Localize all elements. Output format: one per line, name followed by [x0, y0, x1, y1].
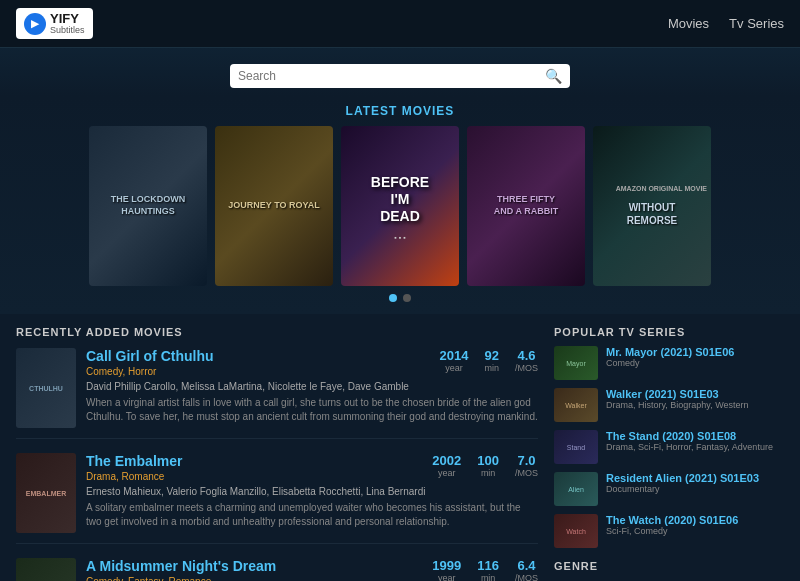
dot-2[interactable]	[403, 294, 411, 302]
poster-journey[interactable]: JOURNEY TO ROYAL	[215, 126, 333, 286]
tv-item-alien[interactable]: Alien Resident Alien (2021) S01E03 Docum…	[554, 472, 784, 506]
tv-thumb-mayor: Mayor	[554, 346, 598, 380]
poster-three[interactable]: THREE FIFTYAND A RABBIT	[467, 126, 585, 286]
desc-embalmer: A solitary embalmer meets a charming and…	[86, 501, 538, 529]
tv-item-mayor[interactable]: Mayor Mr. Mayor (2021) S01E06 Comedy	[554, 346, 784, 380]
imdb-val-midsummer: 6.4	[515, 558, 538, 573]
imdb-val-embalmer: 7.0	[515, 453, 538, 468]
tv-genre-watch: Sci-Fi, Comedy	[606, 526, 738, 536]
movie-genre-cthulhu: Comedy, Horror	[86, 366, 214, 377]
tv-info-mayor: Mr. Mayor (2021) S01E06 Comedy	[606, 346, 734, 380]
movie-genre-embalmer: Drama, Romance	[86, 471, 182, 482]
tv-genre-walker: Drama, History, Biography, Western	[606, 400, 749, 410]
tv-name-alien[interactable]: Resident Alien (2021) S01E03	[606, 472, 759, 484]
thumb-cthulhu[interactable]: CTHULHU	[16, 348, 76, 428]
tv-info-watch: The Watch (2020) S01E06 Sci-Fi, Comedy	[606, 514, 738, 548]
tv-thumb-alien: Alien	[554, 472, 598, 506]
tv-thumb-walker: Walker	[554, 388, 598, 422]
logo-name: YIFY	[50, 12, 85, 25]
search-input[interactable]	[238, 69, 545, 83]
year-label-midsummer: year	[432, 573, 461, 581]
cast-cthulhu: David Phillip Carollo, Melissa LaMartina…	[86, 381, 538, 392]
mins-label-midsummer: min	[477, 573, 499, 581]
desc-cthulhu: When a virginal artist falls in love wit…	[86, 396, 538, 424]
movie-posters-row: THE LOCKDOWNHAUNTINGS JOURNEY TO ROYAL B…	[20, 126, 780, 286]
tv-info-walker: Walker (2021) S01E03 Drama, History, Bio…	[606, 388, 749, 422]
movie-info-cthulhu: Call Girl of Cthulhu Comedy, Horror 2014…	[86, 348, 538, 428]
movie-item-midsummer: MIDSUMMER A Midsummer Night's Dream Come…	[16, 558, 538, 581]
recently-added-panel: RECENTLY ADDED MOVIES CTHULHU Call Girl …	[16, 326, 538, 581]
mins-val-cthulhu: 92	[484, 348, 499, 363]
main-nav: Movies Tv Series	[668, 16, 784, 31]
movie-title-embalmer[interactable]: The Embalmer	[86, 453, 182, 469]
imdb-label-cthulhu: /MOS	[515, 363, 538, 373]
tv-name-stand[interactable]: The Stand (2020) S01E08	[606, 430, 773, 442]
poster-remorse[interactable]: AMAZON ORIGINAL MOVIE WITHOUTREMORSE	[593, 126, 711, 286]
movie-meta-embalmer: 2002 year 100 min 7.0 /MOS	[432, 453, 538, 478]
cast-embalmer: Ernesto Mahieux, Valerio Foglia Manzillo…	[86, 486, 538, 497]
search-bar: 🔍	[230, 64, 570, 88]
tv-genre-stand: Drama, Sci-Fi, Horror, Fantasy, Adventur…	[606, 442, 773, 452]
tv-item-stand[interactable]: Stand The Stand (2020) S01E08 Drama, Sci…	[554, 430, 784, 464]
year-val-midsummer: 1999	[432, 558, 461, 573]
mins-val-midsummer: 116	[477, 558, 499, 573]
tv-genre-mayor: Comedy	[606, 358, 734, 368]
header: ▶ YIFY Subtitles Movies Tv Series	[0, 0, 800, 48]
tv-info-stand: The Stand (2020) S01E08 Drama, Sci-Fi, H…	[606, 430, 773, 464]
latest-movies-section: LATEST MOVIES THE LOCKDOWNHAUNTINGS JOUR…	[0, 96, 800, 314]
thumb-embalmer[interactable]: EMBALMER	[16, 453, 76, 533]
tv-info-alien: Resident Alien (2021) S01E03 Documentary	[606, 472, 759, 506]
imdb-label-embalmer: /MOS	[515, 468, 538, 478]
tv-item-walker[interactable]: Walker Walker (2021) S01E03 Drama, Histo…	[554, 388, 784, 422]
tv-name-watch[interactable]: The Watch (2020) S01E06	[606, 514, 738, 526]
right-panel: POPULAR TV SERIES Mayor Mr. Mayor (2021)…	[554, 326, 784, 581]
mins-label-embalmer: min	[477, 468, 499, 478]
logo-subtitle: Subtitles	[50, 25, 85, 35]
mins-val-embalmer: 100	[477, 453, 499, 468]
logo-icon: ▶	[24, 13, 46, 35]
movie-title-cthulhu[interactable]: Call Girl of Cthulhu	[86, 348, 214, 364]
search-icon[interactable]: 🔍	[545, 68, 562, 84]
imdb-val-cthulhu: 4.6	[515, 348, 538, 363]
popular-tv-title: POPULAR TV SERIES	[554, 326, 784, 338]
main-content: RECENTLY ADDED MOVIES CTHULHU Call Girl …	[0, 314, 800, 581]
genre-title: GENRE	[554, 560, 784, 572]
movie-meta-cthulhu: 2014 year 92 min 4.6 /MOS	[440, 348, 538, 373]
movie-genre-midsummer: Comedy, Fantasy, Romance	[86, 576, 276, 581]
poster-before[interactable]: BEFOREI'MDEAD ▪ ▪ ▪	[341, 126, 459, 286]
movie-title-midsummer[interactable]: A Midsummer Night's Dream	[86, 558, 276, 574]
imdb-label-midsummer: /MOS	[515, 573, 538, 581]
tv-thumb-stand: Stand	[554, 430, 598, 464]
mins-label-cthulhu: min	[484, 363, 499, 373]
tv-item-watch[interactable]: Watch The Watch (2020) S01E06 Sci-Fi, Co…	[554, 514, 784, 548]
tv-name-mayor[interactable]: Mr. Mayor (2021) S01E06	[606, 346, 734, 358]
year-val-embalmer: 2002	[432, 453, 461, 468]
movie-item-cthulhu: CTHULHU Call Girl of Cthulhu Comedy, Hor…	[16, 348, 538, 439]
movie-item-embalmer: EMBALMER The Embalmer Drama, Romance 200…	[16, 453, 538, 544]
year-label-embalmer: year	[432, 468, 461, 478]
tv-name-walker[interactable]: Walker (2021) S01E03	[606, 388, 749, 400]
tv-thumb-watch: Watch	[554, 514, 598, 548]
recently-added-title: RECENTLY ADDED MOVIES	[16, 326, 538, 338]
year-label-cthulhu: year	[440, 363, 469, 373]
movie-info-embalmer: The Embalmer Drama, Romance 2002 year 10…	[86, 453, 538, 533]
nav-tv-series[interactable]: Tv Series	[729, 16, 784, 31]
movie-meta-midsummer: 1999 year 116 min 6.4 /MOS	[432, 558, 538, 581]
search-section: 🔍	[0, 48, 800, 96]
tv-genre-alien: Documentary	[606, 484, 759, 494]
thumb-midsummer[interactable]: MIDSUMMER	[16, 558, 76, 581]
logo[interactable]: ▶ YIFY Subtitles	[16, 8, 93, 39]
poster-lockdown[interactable]: THE LOCKDOWNHAUNTINGS	[89, 126, 207, 286]
nav-movies[interactable]: Movies	[668, 16, 709, 31]
year-val-cthulhu: 2014	[440, 348, 469, 363]
genre-section: GENRE Mystery Action Crime Drama Mystery…	[554, 560, 784, 581]
movie-info-midsummer: A Midsummer Night's Dream Comedy, Fantas…	[86, 558, 538, 581]
latest-movies-title: LATEST MOVIES	[20, 104, 780, 118]
carousel-dots	[20, 294, 780, 302]
dot-1[interactable]	[389, 294, 397, 302]
